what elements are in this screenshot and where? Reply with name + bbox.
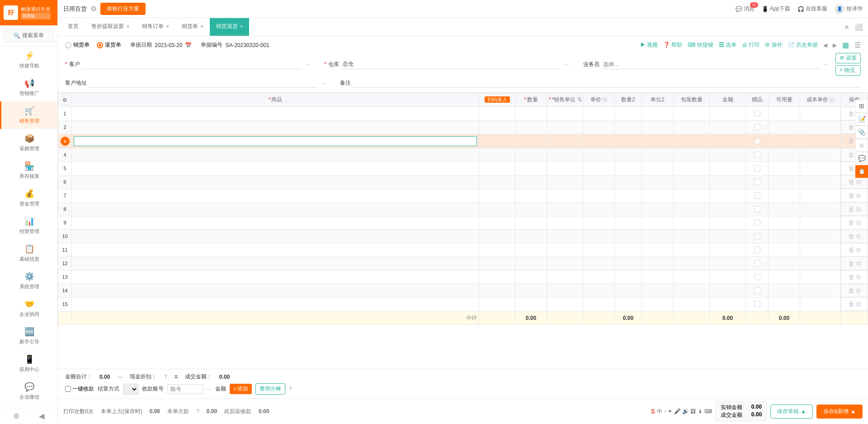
- date-value[interactable]: 2023-03-20: [155, 42, 182, 48]
- delete-icon-2[interactable]: 🗑: [848, 137, 854, 144]
- float-attach-btn[interactable]: 📎: [855, 126, 868, 138]
- number-value[interactable]: SA-20230320-001: [225, 42, 269, 48]
- delete-icon-0[interactable]: 🗑: [848, 110, 854, 117]
- gift-checkbox-13[interactable]: [754, 287, 760, 294]
- split-btn[interactable]: 费用分摊: [255, 383, 285, 395]
- delete-icon-9[interactable]: 🗑: [848, 233, 854, 240]
- copy-icon-9[interactable]: ⧉: [856, 233, 861, 240]
- copy-icon-14[interactable]: ⧉: [856, 300, 861, 308]
- sidebar-item-enterprise[interactable]: 🤝 企业协同: [0, 295, 57, 322]
- delete-icon-8[interactable]: 🗑: [848, 219, 854, 226]
- sidebar-item-base-info[interactable]: 📋 基础信息: [0, 239, 57, 267]
- customer-input[interactable]: [82, 60, 302, 69]
- float-chat-btn[interactable]: 💬: [855, 152, 868, 165]
- sidebar-item-inventory[interactable]: 🏪 库存核算: [0, 157, 57, 184]
- return-radio-btn[interactable]: [97, 42, 103, 48]
- settings-btn[interactable]: ⚙ 设置: [835, 53, 861, 63]
- history-btn[interactable]: 📄 历史单据: [788, 41, 818, 49]
- sidebar-item-app-center[interactable]: 📱 应用中心: [0, 350, 57, 377]
- calc-method-select[interactable]: [123, 384, 138, 395]
- address-input[interactable]: [89, 78, 317, 88]
- maximize-btn[interactable]: ⬜: [853, 22, 864, 33]
- notes-input[interactable]: [353, 78, 861, 88]
- float-orange-btn[interactable]: 📋: [855, 165, 868, 178]
- gift-checkbox-7[interactable]: [754, 206, 760, 212]
- delivery-radio[interactable]: 销货单: [65, 41, 90, 49]
- gift-checkbox-2[interactable]: [754, 138, 760, 144]
- gift-checkbox-8[interactable]: [754, 219, 760, 226]
- product-input-2[interactable]: [74, 136, 477, 146]
- product-cell-14[interactable]: [72, 297, 479, 311]
- save-draft-btn[interactable]: 保存草稿 ▲: [770, 405, 813, 419]
- sidebar-item-sales-mgmt[interactable]: 🛒 销售管理: [0, 101, 57, 129]
- copy-icon-10[interactable]: ⧉: [856, 246, 861, 254]
- product-cell-0[interactable]: [72, 107, 479, 121]
- gift-checkbox-12[interactable]: [754, 274, 760, 280]
- price-info-icon[interactable]: ⓘ: [603, 97, 607, 102]
- delete-icon-3[interactable]: 🗑: [848, 151, 854, 158]
- sort-icon[interactable]: ⇅: [577, 96, 582, 103]
- gift-checkbox-9[interactable]: [754, 233, 760, 239]
- copy-icon-7[interactable]: ⧉: [856, 205, 861, 213]
- payment-checkbox-input[interactable]: [65, 386, 71, 392]
- gift-checkbox-14[interactable]: [754, 301, 760, 307]
- discount-help-icon[interactable]: ?: [164, 374, 167, 380]
- delete-icon-12[interactable]: 🗑: [848, 273, 854, 281]
- copy-icon-5[interactable]: ⧉: [856, 178, 861, 186]
- logistics-btn[interactable]: + 物流: [835, 65, 861, 76]
- copy-icon-13[interactable]: ⧉: [856, 287, 861, 295]
- delete-icon-11[interactable]: 🗑: [848, 260, 854, 267]
- add-row-btn[interactable]: +: [61, 137, 70, 146]
- gift-checkbox-0[interactable]: [754, 110, 760, 117]
- product-cell-10[interactable]: [72, 243, 479, 257]
- save-new-btn[interactable]: 保存&新增 ▲: [816, 405, 863, 419]
- delete-icon-7[interactable]: 🗑: [848, 205, 854, 213]
- calendar-icon[interactable]: 📅: [185, 42, 192, 48]
- view-list-icon[interactable]: ☰: [854, 41, 861, 49]
- tab-sales-return[interactable]: 销货退货×: [210, 18, 250, 36]
- delete-icon-1[interactable]: 🗑: [848, 124, 854, 131]
- return-radio[interactable]: 退货单: [97, 41, 121, 49]
- sidebar-item-wechat[interactable]: 💬 企业微信: [0, 377, 57, 405]
- nav-next-icon[interactable]: ▶: [833, 42, 837, 48]
- product-cell-1[interactable]: [72, 120, 479, 134]
- copy-icon-8[interactable]: ⧉: [856, 219, 861, 227]
- product-cell-7[interactable]: [72, 202, 479, 216]
- gift-checkbox-3[interactable]: [754, 152, 760, 158]
- settings-bottom-icon[interactable]: ⚙: [13, 412, 19, 420]
- search-menu-button[interactable]: 🔍 搜索菜单: [4, 29, 54, 42]
- copy-icon-6[interactable]: ⧉: [856, 192, 861, 200]
- product-cell-9[interactable]: [72, 229, 479, 243]
- cost-info-icon[interactable]: ⓘ: [830, 97, 834, 102]
- product-cell-12[interactable]: [72, 270, 479, 284]
- tab-close-sales-delivery[interactable]: ×: [201, 24, 203, 29]
- delete-icon-14[interactable]: 🗑: [848, 300, 854, 308]
- message-btn[interactable]: 💬 消息 70: [736, 5, 755, 13]
- add-expense-btn[interactable]: + 添加: [230, 384, 252, 394]
- customer-dots[interactable]: ···: [305, 61, 310, 67]
- one-click-payment-checkbox[interactable]: 一键收款: [65, 385, 94, 393]
- sidebar-item-purchase[interactable]: 📦 采购管理: [0, 129, 57, 157]
- gift-checkbox-4[interactable]: [754, 165, 760, 172]
- shortcut-btn[interactable]: ⌨ 快捷键: [688, 41, 713, 49]
- th-scan[interactable]: 扫码录入: [479, 93, 515, 107]
- product-cell-5[interactable]: [72, 175, 479, 189]
- product-cell-11[interactable]: [72, 257, 479, 270]
- app-download-btn[interactable]: 📱 App下载: [762, 5, 790, 13]
- float-note-btn[interactable]: 📝: [855, 113, 868, 125]
- account-dots[interactable]: ···: [207, 386, 212, 392]
- product-cell-4[interactable]: [72, 162, 479, 175]
- copy-icon-12[interactable]: ⧉: [856, 273, 861, 281]
- gift-checkbox-11[interactable]: [754, 260, 760, 267]
- gift-checkbox-6[interactable]: [754, 192, 760, 199]
- online-service-btn[interactable]: 🎧 在线客服: [797, 5, 827, 13]
- staff-input[interactable]: [601, 60, 820, 69]
- delete-icon-13[interactable]: 🗑: [848, 287, 854, 294]
- address-dots[interactable]: ···: [321, 80, 326, 86]
- product-cell-8[interactable]: [72, 216, 479, 229]
- help-btn[interactable]: ❓ 帮助: [663, 41, 682, 49]
- float-expand-btn[interactable]: ⊞: [855, 100, 868, 112]
- user-menu[interactable]: 👤 徐泽华: [835, 4, 863, 14]
- warehouse-dots[interactable]: ···: [564, 61, 569, 67]
- video-btn[interactable]: ▶ 视频: [640, 41, 658, 49]
